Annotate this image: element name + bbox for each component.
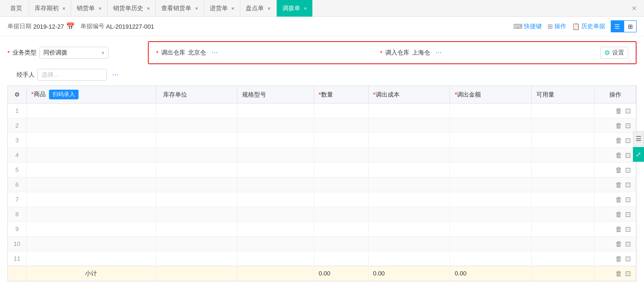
copy-icon[interactable]: ⊡ — [625, 181, 631, 189]
grid-view-btn[interactable]: ⊞ — [624, 20, 637, 32]
row-amount[interactable] — [450, 192, 532, 207]
delete-icon[interactable]: 🗑 — [615, 195, 622, 203]
delete-icon[interactable]: 🗑 — [615, 166, 622, 174]
tab-sales-order[interactable]: 销货单 × — [71, 0, 107, 17]
tab-home[interactable]: 首页 — [4, 0, 29, 17]
row-cost[interactable] — [368, 104, 450, 118]
row-amount[interactable] — [450, 177, 532, 192]
row-cost[interactable] — [368, 118, 450, 133]
copy-icon[interactable]: ⊡ — [625, 136, 631, 145]
row-product[interactable] — [26, 163, 156, 177]
row-product[interactable] — [26, 133, 156, 148]
row-product[interactable] — [26, 237, 156, 251]
row-product[interactable] — [26, 222, 156, 237]
delete-icon[interactable]: 🗑 — [615, 181, 622, 189]
row-cost[interactable] — [368, 163, 450, 177]
delete-icon[interactable]: 🗑 — [615, 210, 622, 218]
row-product[interactable] — [26, 118, 156, 133]
delete-icon[interactable]: 🗑 — [615, 107, 622, 115]
copy-icon[interactable]: ⊡ — [625, 240, 631, 248]
tab-close-purchase[interactable]: × — [231, 6, 234, 11]
row-qty[interactable] — [314, 148, 368, 163]
close-window-btn[interactable]: × — [632, 4, 637, 13]
list-view-btn[interactable]: ☰ — [611, 20, 624, 32]
row-amount[interactable] — [450, 251, 532, 266]
row-qty[interactable] — [314, 222, 368, 237]
shortcut-btn[interactable]: ⌨ 快捷键 — [513, 22, 542, 31]
row-cost[interactable] — [368, 251, 450, 266]
row-amount[interactable] — [450, 222, 532, 237]
row-qty[interactable] — [314, 163, 368, 177]
tab-view-sales[interactable]: 查看销货单 × — [156, 0, 204, 17]
biz-type-select[interactable]: 同价调拨 ▾ — [39, 47, 109, 59]
person-dots[interactable]: ··· — [109, 71, 121, 79]
copy-icon[interactable]: ⊡ — [625, 210, 631, 219]
float-expand-btn[interactable]: ⤢ — [633, 147, 644, 162]
tab-stocktake[interactable]: 盘点单 × — [240, 0, 276, 17]
row-cost[interactable] — [368, 133, 450, 148]
row-cost[interactable] — [368, 148, 450, 163]
row-qty[interactable] — [314, 104, 368, 118]
row-qty[interactable] — [314, 118, 368, 133]
tab-close-stocktake[interactable]: × — [267, 6, 270, 11]
in-warehouse-dots[interactable]: ··· — [433, 49, 444, 57]
row-product[interactable] — [26, 207, 156, 222]
row-qty[interactable] — [314, 251, 368, 266]
row-amount[interactable] — [450, 237, 532, 251]
row-qty[interactable] — [314, 237, 368, 251]
row-qty[interactable] — [314, 133, 368, 148]
row-qty[interactable] — [314, 177, 368, 192]
row-cost[interactable] — [368, 177, 450, 192]
copy-icon[interactable]: ⊡ — [625, 195, 631, 204]
row-amount[interactable] — [450, 133, 532, 148]
tab-close-sales[interactable]: × — [98, 6, 101, 11]
out-warehouse-dots[interactable]: ··· — [209, 49, 220, 57]
tab-close-view-sales[interactable]: × — [195, 6, 198, 11]
row-cost[interactable] — [368, 192, 450, 207]
tab-sales-history[interactable]: 销货单历史 × — [108, 0, 156, 17]
delete-icon[interactable]: 🗑 — [615, 136, 622, 144]
tab-close-inventory-init[interactable]: × — [62, 6, 65, 11]
row-product[interactable] — [26, 251, 156, 266]
row-amount[interactable] — [450, 118, 532, 133]
row-qty[interactable] — [314, 192, 368, 207]
row-cost[interactable] — [368, 222, 450, 237]
tab-transfer[interactable]: 调拨单 × — [277, 0, 313, 17]
settings-btn[interactable]: ⚙ 设置 — [600, 47, 628, 59]
row-qty[interactable] — [314, 207, 368, 222]
row-amount[interactable] — [450, 148, 532, 163]
copy-icon[interactable]: ⊡ — [625, 107, 631, 115]
row-product[interactable] — [26, 104, 156, 118]
copy-icon[interactable]: ⊡ — [625, 122, 631, 130]
tab-purchase[interactable]: 进货单 × — [204, 0, 240, 17]
row-product[interactable] — [26, 148, 156, 163]
subtotal-delete-icon[interactable]: 🗑 — [615, 269, 622, 277]
delete-icon[interactable]: 🗑 — [615, 255, 622, 262]
operate-btn[interactable]: ⊞ 操作 — [547, 22, 566, 31]
subtotal-copy-icon[interactable]: ⊡ — [625, 269, 631, 278]
delete-icon[interactable]: 🗑 — [615, 240, 622, 248]
row-product[interactable] — [26, 177, 156, 192]
tab-inventory-init[interactable]: 库存期初 × — [29, 0, 71, 17]
row-cost[interactable] — [368, 207, 450, 222]
gear-header-icon[interactable]: ⚙ — [14, 91, 20, 98]
row-amount[interactable] — [450, 104, 532, 118]
row-cost[interactable] — [368, 237, 450, 251]
tab-close-transfer[interactable]: × — [304, 6, 307, 11]
row-amount[interactable] — [450, 163, 532, 177]
copy-icon[interactable]: ⊡ — [625, 151, 631, 159]
calendar-icon[interactable]: 📅 — [66, 22, 75, 31]
row-amount[interactable] — [450, 207, 532, 222]
copy-icon[interactable]: ⊡ — [625, 225, 631, 233]
delete-icon[interactable]: 🗑 — [615, 122, 622, 129]
scan-btn[interactable]: 扫码录入 — [49, 90, 79, 99]
row-product[interactable] — [26, 192, 156, 207]
copy-icon[interactable]: ⊡ — [625, 255, 631, 263]
history-btn[interactable]: 📋 历史单据 — [572, 22, 605, 31]
copy-icon[interactable]: ⊡ — [625, 166, 631, 174]
float-list-btn[interactable]: ☰ — [633, 131, 644, 146]
delete-icon[interactable]: 🗑 — [615, 225, 622, 233]
tab-close-sales-history[interactable]: × — [147, 6, 150, 11]
person-select[interactable]: 选择... — [37, 69, 107, 81]
delete-icon[interactable]: 🗑 — [615, 151, 622, 159]
